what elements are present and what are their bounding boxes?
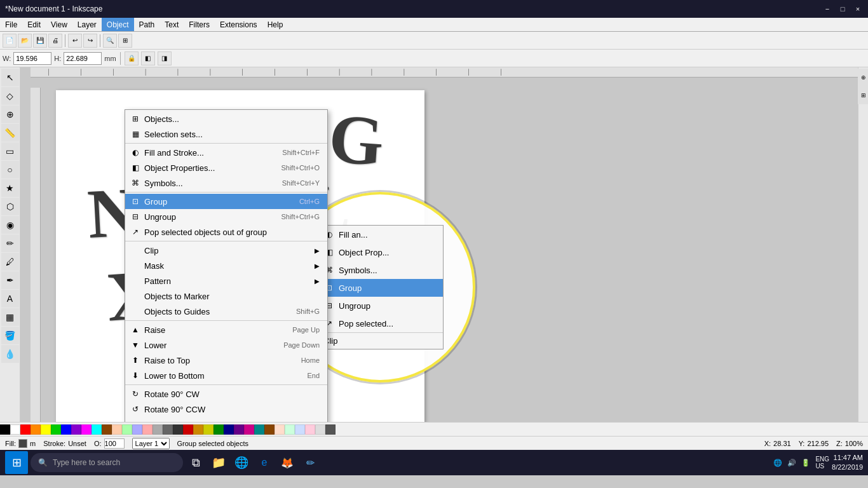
- text-tool[interactable]: A: [1, 290, 19, 308]
- zoom-clip[interactable]: Clip: [317, 333, 443, 349]
- color-medium-gray[interactable]: [325, 424, 336, 435]
- color-dark-pink[interactable]: [244, 424, 254, 435]
- menu-objects[interactable]: ⊞ Objects...: [125, 111, 327, 126]
- canvas-area[interactable]: │ │ │ │ │ │ │ │ │ │ │ │ │ │ │ D E F G N …: [20, 67, 858, 422]
- select-tool[interactable]: ↖: [1, 69, 19, 86]
- spiral-tool[interactable]: ◉: [1, 216, 19, 234]
- chrome-task[interactable]: 🌐: [231, 452, 252, 473]
- color-dark-blue[interactable]: [224, 424, 234, 435]
- circle-tool[interactable]: ○: [1, 161, 19, 179]
- color-dark-red[interactable]: [183, 424, 193, 435]
- menu-selection-sets[interactable]: ▦ Selection sets...: [125, 126, 327, 142]
- color-dark-green[interactable]: [214, 424, 224, 435]
- maximize-button[interactable]: □: [837, 4, 848, 14]
- color-sky[interactable]: [295, 424, 305, 435]
- zoom-in-button[interactable]: 🔍: [103, 34, 117, 48]
- print-button[interactable]: 🖨: [48, 34, 62, 48]
- color-green[interactable]: [51, 424, 61, 435]
- color-peach[interactable]: [112, 424, 122, 435]
- start-button[interactable]: ⊞: [5, 451, 28, 474]
- menu-path[interactable]: Path: [134, 18, 160, 31]
- zoom-symbols[interactable]: ⌘ Symbols...: [317, 261, 443, 279]
- zoom-tool[interactable]: ⊕: [1, 105, 19, 123]
- color-dark-orange[interactable]: [193, 424, 203, 435]
- layer-selector[interactable]: Layer 1: [132, 438, 170, 449]
- paint-tool[interactable]: 🪣: [1, 327, 19, 344]
- menu-flip-h[interactable]: ↔ Flip Horizontal H: [125, 417, 327, 422]
- rect-tool[interactable]: ▭: [1, 142, 19, 160]
- color-dark-yellow[interactable]: [203, 424, 214, 435]
- color-darker-gray[interactable]: [173, 424, 183, 435]
- color-mint[interactable]: [285, 424, 295, 435]
- inkscape-task[interactable]: ✏: [300, 452, 320, 473]
- star-tool[interactable]: ★: [1, 179, 19, 197]
- edge-task[interactable]: e: [254, 452, 275, 473]
- open-button[interactable]: 📂: [18, 34, 32, 48]
- menu-object[interactable]: Object: [102, 18, 134, 31]
- browser-task[interactable]: 🦊: [277, 452, 297, 473]
- height-input[interactable]: [64, 52, 102, 65]
- color-magenta[interactable]: [81, 424, 92, 435]
- width-input[interactable]: [13, 52, 51, 65]
- color-light-blue[interactable]: [132, 424, 142, 435]
- align-right-button[interactable]: ◨: [158, 51, 172, 65]
- menu-layer[interactable]: Layer: [72, 18, 102, 31]
- menu-edit[interactable]: Edit: [22, 18, 46, 31]
- menu-rotate-cw[interactable]: ↻ Rotate 90° CW: [125, 386, 327, 402]
- menu-help[interactable]: Help: [262, 18, 288, 31]
- zoom-fill-stroke[interactable]: ◐ Fill an...: [317, 226, 443, 243]
- color-skin[interactable]: [275, 424, 285, 435]
- zoom-pop-selected[interactable]: ↗ Pop selected...: [317, 315, 443, 332]
- dropper-tool[interactable]: 💧: [1, 345, 19, 363]
- zoom-ungroup[interactable]: ⊟ Ungroup: [317, 297, 443, 315]
- redo-button[interactable]: ↪: [83, 34, 97, 48]
- save-button[interactable]: 💾: [33, 34, 47, 48]
- zoom-group[interactable]: ⊡ Group: [317, 279, 443, 297]
- search-box[interactable]: 🔍 Type here to search: [31, 453, 183, 472]
- menu-view[interactable]: View: [46, 18, 72, 31]
- menu-group[interactable]: ⊡ Group Ctrl+G: [125, 194, 327, 209]
- color-purple[interactable]: [71, 424, 81, 435]
- close-button[interactable]: ×: [853, 4, 863, 14]
- align-left-button[interactable]: ◧: [141, 51, 155, 65]
- clock[interactable]: 11:47 AM 8/22/2019: [832, 453, 863, 473]
- menu-symbols[interactable]: ⌘ Symbols... Shift+Ctrl+Y: [125, 175, 327, 191]
- color-light-red[interactable]: [142, 424, 153, 435]
- undo-button[interactable]: ↩: [68, 34, 82, 48]
- color-silver[interactable]: [315, 424, 325, 435]
- taskview-button[interactable]: ⧉: [186, 452, 206, 473]
- color-brown[interactable]: [102, 424, 112, 435]
- menu-fill-stroke[interactable]: ◐ Fill and Stroke... Shift+Ctrl+F: [125, 145, 327, 160]
- menu-clip[interactable]: Clip ▶: [125, 243, 327, 258]
- menu-pattern[interactable]: Pattern ▶: [125, 273, 327, 288]
- measure-tool[interactable]: 📏: [1, 124, 19, 142]
- menu-text[interactable]: Text: [159, 18, 184, 31]
- menu-object-properties[interactable]: ◧ Object Properties... Shift+Ctrl+O: [125, 160, 327, 175]
- color-blue[interactable]: [61, 424, 71, 435]
- node-tool[interactable]: ◇: [1, 87, 19, 105]
- menu-raise-to-top[interactable]: ⬆ Raise to Top Home: [125, 353, 327, 368]
- color-yellow[interactable]: [41, 424, 51, 435]
- color-red[interactable]: [20, 424, 31, 435]
- menu-filters[interactable]: Filters: [184, 18, 215, 31]
- zoom-object-props[interactable]: ◧ Object Prop...: [317, 243, 443, 261]
- color-cyan[interactable]: [92, 424, 102, 435]
- menu-file[interactable]: File: [0, 18, 22, 31]
- gradient-tool[interactable]: ▦: [1, 308, 19, 326]
- color-teal[interactable]: [254, 424, 264, 435]
- menu-extensions[interactable]: Extensions: [215, 18, 262, 31]
- color-sienna[interactable]: [264, 424, 275, 435]
- lock-ratio-button[interactable]: 🔒: [125, 51, 139, 65]
- color-orange[interactable]: [31, 424, 41, 435]
- color-gray[interactable]: [153, 424, 163, 435]
- 3d-tool[interactable]: ⬡: [1, 198, 19, 215]
- minimize-button[interactable]: −: [822, 4, 832, 14]
- menu-lower[interactable]: ▼ Lower Page Down: [125, 337, 327, 353]
- color-black[interactable]: [0, 424, 10, 435]
- opacity-input[interactable]: [104, 438, 125, 449]
- color-dark-gray[interactable]: [163, 424, 173, 435]
- menu-raise[interactable]: ▲ Raise Page Up: [125, 322, 327, 337]
- new-button[interactable]: 📄: [3, 34, 17, 48]
- menu-pop-selected[interactable]: ↗ Pop selected objects out of group: [125, 224, 327, 240]
- menu-lower-to-bottom[interactable]: ⬇ Lower to Bottom End: [125, 368, 327, 383]
